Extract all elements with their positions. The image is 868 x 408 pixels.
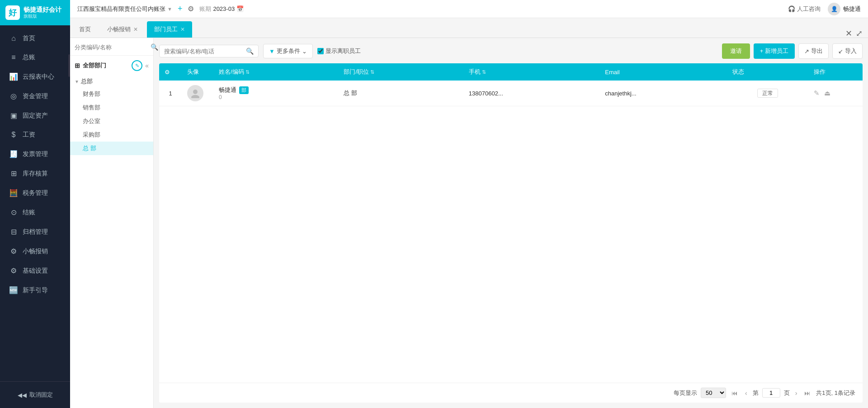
table-row: 1 畅捷通 xyxy=(159,81,863,106)
employee-table: ⚙ 头像 姓名/编码⇅ 部门/职位⇅ 手机⇅ xyxy=(159,63,863,106)
show-resigned-checkbox[interactable] xyxy=(317,48,324,54)
export-button[interactable]: ↗ 导出 xyxy=(798,43,829,59)
period-value: 2023-03 xyxy=(213,5,235,12)
col-action: 操作 xyxy=(808,63,863,81)
funds-icon: ◎ xyxy=(9,92,18,100)
dept-item-sales[interactable]: 销售部 xyxy=(70,101,153,114)
export-label: 导出 xyxy=(811,47,823,55)
company-selector[interactable]: 江西服宝精品有限责任公司内账张 ▼ xyxy=(77,5,172,13)
tab-xiaochang-close[interactable]: ✕ xyxy=(133,26,138,33)
col-settings[interactable]: ⚙ xyxy=(159,63,182,81)
inventory-icon: ⊞ xyxy=(9,169,18,178)
row-avatar xyxy=(182,81,213,106)
page-first-button[interactable]: ⏮ xyxy=(730,389,740,398)
dept-collapse-button[interactable]: « xyxy=(145,62,149,69)
dept-all-label[interactable]: ⊞ 全部部门 xyxy=(75,62,106,70)
xiaochang-icon: ⚙ xyxy=(9,247,18,256)
page-total: 共1页, 1条记录 xyxy=(816,389,855,397)
dept-search-input[interactable] xyxy=(75,44,151,51)
filter-label: 更多条件 xyxy=(277,47,300,55)
col-name[interactable]: 姓名/编码⇅ xyxy=(213,63,338,81)
dept-search-icon[interactable]: 🔍 xyxy=(151,43,158,51)
sidebar-item-guide[interactable]: 🆕 新手引导 xyxy=(0,280,70,300)
page-last-button[interactable]: ⏭ xyxy=(802,389,812,398)
sidebar-item-reports[interactable]: 📊 云报表中心 xyxy=(0,67,70,86)
sidebar-item-xiaochang[interactable]: ⚙ 小畅报销 xyxy=(0,242,70,261)
sidebar-item-funds[interactable]: ◎ 资金管理 xyxy=(0,86,70,106)
sidebar-item-assets[interactable]: ▣ 固定资产 xyxy=(0,106,70,125)
sidebar-item-settings[interactable]: ⚙ 基础设置 xyxy=(0,261,70,280)
calendar-icon[interactable]: 📅 xyxy=(236,5,244,12)
col-dept[interactable]: 部门/职位⇅ xyxy=(338,63,463,81)
tab-dept-emp-close[interactable]: ✕ xyxy=(180,26,185,33)
page-next-button[interactable]: › xyxy=(793,389,799,398)
period-display: 账期 2023-03 📅 xyxy=(199,5,244,13)
dept-item-office[interactable]: 办公室 xyxy=(70,114,153,128)
sidebar-item-archive[interactable]: ⊟ 归档管理 xyxy=(0,222,70,242)
logo-icon: 好 xyxy=(5,5,20,20)
settings-col-icon: ⚙ xyxy=(165,69,170,76)
add-employee-button[interactable]: + 新增员工 xyxy=(754,43,795,59)
sidebar-bottom: ◀◀ 取消固定 xyxy=(0,381,70,408)
add-company-button[interactable]: + xyxy=(178,4,183,14)
sidebar-item-label: 税务管理 xyxy=(23,189,48,197)
salary-icon: $ xyxy=(9,131,18,139)
logout-employee-button[interactable]: ⏏ xyxy=(824,89,830,97)
page-prev-button[interactable]: ‹ xyxy=(743,389,749,398)
dept-item-general[interactable]: 总 部 xyxy=(70,142,153,155)
company-name: 江西服宝精品有限责任公司内账张 xyxy=(77,5,165,13)
avatar: 👤 xyxy=(828,3,840,15)
sidebar-item-close[interactable]: ⊙ 结账 xyxy=(0,203,70,222)
import-button[interactable]: ↙ 导入 xyxy=(832,43,863,59)
page-size-select[interactable]: 50 10 20 100 xyxy=(701,388,726,398)
emp-search-input[interactable] xyxy=(164,48,243,55)
tab-home[interactable]: 首页 xyxy=(72,21,98,38)
sidebar-item-inventory[interactable]: ⊞ 库存核算 xyxy=(0,164,70,183)
guide-icon: 🆕 xyxy=(9,286,18,294)
invite-button[interactable]: 邀请 xyxy=(722,43,750,59)
dept-header: ⊞ 全部部门 ✎ « xyxy=(70,56,153,74)
emp-search-box: 🔍 xyxy=(159,45,259,57)
sidebar-item-ledger[interactable]: ≡ 总账 xyxy=(0,48,70,67)
emp-search-icon[interactable]: 🔍 xyxy=(246,47,254,55)
emp-dept-badge: 部 xyxy=(239,86,249,94)
main-area: 江西服宝精品有限责任公司内账张 ▼ + ⚙ 账期 2023-03 📅 🎧 人工咨… xyxy=(70,0,868,408)
dept-edit-button[interactable]: ✎ xyxy=(132,60,142,71)
action-icons: ✎ ⏏ xyxy=(814,89,857,97)
col-phone[interactable]: 手机⇅ xyxy=(463,63,599,81)
table-empty-space xyxy=(159,106,863,383)
emp-filter-button[interactable]: ▼ 更多条件 ⌄ xyxy=(263,44,313,58)
tab-dept-emp[interactable]: 部门员工 ✕ xyxy=(147,21,192,38)
dept-item-finance[interactable]: 财务部 xyxy=(70,87,153,101)
dept-tree-root[interactable]: ▼ 总部 xyxy=(70,76,153,87)
cancel-pin-button[interactable]: ◀◀ 取消固定 xyxy=(0,386,70,403)
home-icon: ⌂ xyxy=(9,34,18,43)
sidebar-item-home[interactable]: ⌂ 首页 xyxy=(0,29,70,48)
settings-button[interactable]: ⚙ xyxy=(188,5,194,13)
dept-all-text: 全部部门 xyxy=(83,62,106,70)
dept-item-purchase[interactable]: 采购部 xyxy=(70,128,153,142)
dept-sidebar: 🔍 ⊞ 全部部门 ✎ « ▼ 总部 财务部 销售部 办公室 xyxy=(70,38,154,408)
sidebar-item-label: 基础设置 xyxy=(23,267,48,275)
page-input[interactable] xyxy=(762,388,780,398)
show-resigned-text: 显示离职员工 xyxy=(326,47,361,55)
edit-employee-button[interactable]: ✎ xyxy=(814,89,820,97)
app-logo: 好 畅捷通好会计 旗舰版 xyxy=(0,0,70,25)
row-dept-cell: 总 部 xyxy=(338,81,463,106)
sidebar-item-invoice[interactable]: 🧾 发票管理 xyxy=(0,144,70,164)
sidebar-nav: ⌂ 首页 ≡ 总账 📊 云报表中心 ◎ 资金管理 ▣ 固定资产 $ 工资 🧾 发… xyxy=(0,25,70,381)
sort-arrows-dept: ⇅ xyxy=(370,69,374,75)
tab-close-current-button[interactable]: ✕ xyxy=(845,29,852,38)
tab-xiaochang[interactable]: 小畅报销 ✕ xyxy=(100,21,145,38)
user-menu[interactable]: 👤 畅捷通 xyxy=(828,3,861,15)
show-resigned-label[interactable]: 显示离职员工 xyxy=(317,47,361,55)
sidebar-item-tax[interactable]: 🧮 税务管理 xyxy=(0,183,70,203)
tab-expand-button[interactable]: ⤢ xyxy=(856,29,863,38)
support-button[interactable]: 🎧 人工咨询 xyxy=(788,5,821,13)
import-label: 导入 xyxy=(845,47,857,55)
app-name: 畅捷通好会计 xyxy=(24,6,61,14)
sidebar-item-salary[interactable]: $ 工资 xyxy=(0,125,70,144)
tabs-right-controls: ✕ ⤢ xyxy=(840,29,868,38)
emp-code: 0 xyxy=(219,94,333,100)
row-status: 正常 xyxy=(727,81,808,106)
